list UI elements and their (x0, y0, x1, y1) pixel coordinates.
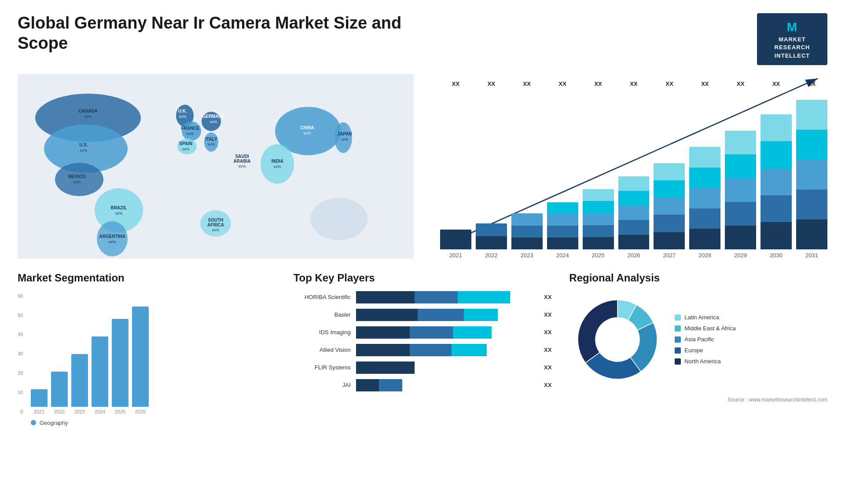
seg-bar (31, 389, 48, 407)
player-bar-seg1 (356, 379, 379, 391)
bar-stacked (547, 202, 578, 249)
bar-segment (476, 223, 507, 237)
regional-section: Regional Analysis Latin AmericaMiddle Ea… (569, 272, 827, 426)
player-bar-seg3 (452, 344, 487, 356)
player-bar-seg2 (410, 344, 452, 356)
bar-segment (440, 230, 471, 249)
logo-box: M MARKET RESEARCH INTELLECT (757, 13, 827, 65)
svg-text:xx%: xx% (84, 114, 92, 119)
svg-text:xx%: xx% (115, 211, 122, 215)
svg-text:xx%: xx% (341, 137, 348, 142)
legend-color-box (675, 325, 681, 332)
bar-segment (618, 176, 650, 191)
bar-segment (583, 225, 614, 237)
logo-line2: RESEARCH (764, 44, 820, 51)
svg-point-14 (261, 144, 294, 184)
svg-text:MEXICO: MEXICO (68, 174, 86, 179)
player-name: Allied Vision (294, 347, 351, 353)
seg-bar (51, 372, 68, 407)
svg-text:xx%: xx% (186, 131, 194, 136)
bar-segment (654, 232, 685, 249)
bar-segment (547, 237, 578, 249)
svg-text:JAPAN: JAPAN (337, 131, 352, 136)
bar-stacked (725, 131, 756, 249)
player-name: IDS Imaging (294, 329, 351, 336)
bar-column: XX (618, 91, 650, 249)
bar-stacked (760, 114, 792, 249)
bar-segment (618, 191, 650, 205)
bar-segment (760, 195, 792, 222)
bar-value-label: XX (559, 80, 566, 87)
svg-text:xx%: xx% (73, 180, 81, 184)
seg-legend-dot (31, 420, 36, 425)
world-map-svg: CANADA xx% U.S. xx% MEXICO xx% BRAZIL xx… (18, 74, 414, 259)
bar-segment (618, 205, 650, 220)
page-title: Global Germany Near Ir Camera Market Siz… (18, 13, 414, 53)
player-bar-wrap (356, 362, 535, 374)
player-row: JAIXX (294, 379, 552, 391)
logo: M MARKET RESEARCH INTELLECT (757, 13, 827, 65)
seg-y-label: 10 (18, 390, 23, 395)
bar-segment (654, 197, 685, 215)
svg-text:SAUDI: SAUDI (235, 154, 249, 159)
player-bar-seg2 (410, 326, 453, 339)
bottom-section: Market Segmentation 6050403020100 202120… (18, 272, 827, 426)
bar-segment (760, 141, 792, 168)
player-name: FLIR Systems (294, 364, 351, 371)
bar-value-label: XX (808, 80, 816, 87)
legend-label: Europe (684, 347, 703, 354)
seg-bar (112, 319, 129, 407)
players-list: HORIBA ScientificXXBaslerXXIDS ImagingXX… (294, 291, 552, 391)
bar-segment (654, 180, 685, 197)
player-row: FLIR SystemsXX (294, 362, 552, 374)
svg-text:ITALY: ITALY (205, 137, 217, 142)
player-bar-seg3 (453, 326, 492, 339)
bar-segment (547, 202, 578, 214)
seg-bar (92, 336, 108, 407)
world-map-section: CANADA xx% U.S. xx% MEXICO xx% BRAZIL xx… (18, 74, 414, 259)
bar-value-label: XX (488, 80, 495, 87)
seg-bar-year: 2026 (135, 409, 146, 414)
player-bar-seg2 (415, 291, 458, 303)
legend-color-box (675, 358, 681, 365)
bar-value-label: XX (523, 80, 531, 87)
bar-column: XX (476, 91, 507, 249)
player-bar-value: XX (544, 329, 551, 336)
svg-text:xx%: xx% (207, 142, 215, 146)
bar-stacked (511, 213, 543, 249)
bar-segment (725, 178, 756, 202)
map-container: CANADA xx% U.S. xx% MEXICO xx% BRAZIL xx… (18, 74, 414, 259)
bar-segment (689, 229, 720, 249)
logo-line1: MARKET (764, 36, 820, 44)
player-bar-wrap (356, 326, 535, 339)
bar-segment (760, 114, 792, 141)
bar-segment (511, 237, 543, 249)
seg-bar (132, 307, 149, 407)
player-name: HORIBA Scientific (294, 294, 351, 300)
player-name: Basler (294, 311, 351, 318)
player-bar-seg2 (379, 379, 402, 391)
bar-column: XX (511, 91, 543, 249)
seg-bar-year: 2024 (95, 409, 105, 414)
bar-segment (725, 226, 756, 249)
bar-segment (583, 237, 614, 249)
legend-color-box (675, 336, 681, 343)
header: Global Germany Near Ir Camera Market Siz… (18, 13, 827, 65)
svg-text:AFRICA: AFRICA (207, 223, 224, 227)
svg-text:SPAIN: SPAIN (179, 141, 192, 146)
top-section: CANADA xx% U.S. xx% MEXICO xx% BRAZIL xx… (18, 74, 827, 272)
source-text: Source : www.marketresearchintellect.com (569, 397, 827, 403)
seg-y-label: 20 (18, 370, 23, 376)
svg-text:ARABIA: ARABIA (234, 159, 251, 164)
player-bar-wrap (356, 344, 535, 356)
bar-segment (689, 147, 720, 168)
regional-legend: Latin AmericaMiddle East & AfricaAsia Pa… (675, 314, 735, 365)
pie-svg (569, 291, 666, 388)
bar-column: XX (725, 91, 756, 249)
player-row: Allied VisionXX (294, 344, 552, 356)
bar-year-label: 2026 (618, 252, 650, 259)
legend-color-box (675, 347, 681, 354)
bar-segment (618, 235, 650, 249)
seg-legend: Geography (31, 420, 276, 426)
seg-y-label: 50 (18, 313, 23, 318)
